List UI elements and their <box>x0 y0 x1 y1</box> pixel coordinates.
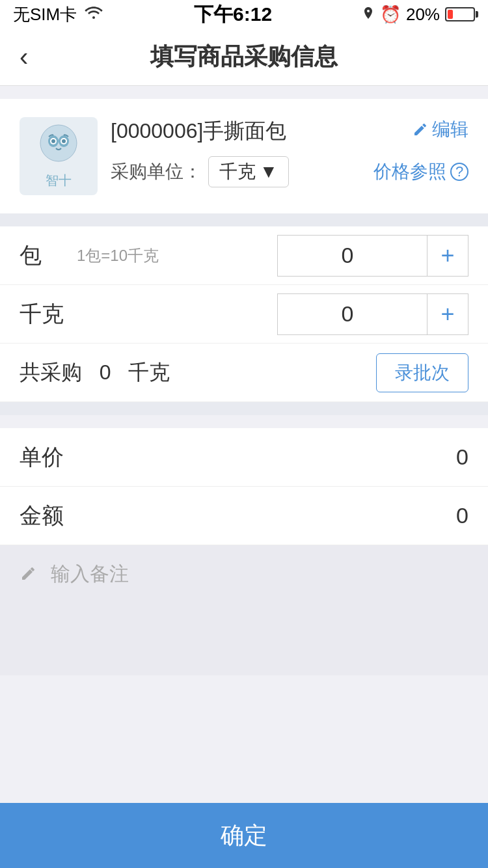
bag-quantity-input[interactable] <box>277 235 427 277</box>
price-ref-label: 价格参照 <box>373 159 446 184</box>
nav-bar: ‹ 填写商品采购信息 <box>0 29 488 86</box>
svg-point-6 <box>62 139 66 143</box>
purchase-unit-label: 采购单位： <box>111 159 202 184</box>
bag-sub-label: 1包=10千克 <box>77 245 159 266</box>
status-right: ⏰ 20% <box>362 5 475 25</box>
section-divider-1 <box>0 213 488 226</box>
bag-input-row: 包 1包=10千克 + <box>0 226 488 285</box>
product-card: 智十 [0000006]手撕面包 编辑 采购单位： 千克 ▼ 价格参照 ? <box>0 99 488 213</box>
notes-section: 输入备注 <box>0 545 488 675</box>
summary-row: 共采购 0 千克 录批次 <box>0 344 488 402</box>
svg-point-5 <box>51 139 55 143</box>
kg-input-right: + <box>277 293 468 335</box>
kg-plus-button[interactable]: + <box>427 293 468 335</box>
location-icon <box>362 5 375 25</box>
product-thumb-label: 智十 <box>46 172 72 189</box>
unit-price-row: 单价 0 <box>0 428 488 487</box>
price-ref-icon: ? <box>450 163 468 181</box>
kg-quantity-input[interactable] <box>277 293 427 335</box>
edit-label: 编辑 <box>432 117 468 142</box>
unit-price-value: 0 <box>456 444 468 470</box>
price-ref-button[interactable]: 价格参照 ? <box>373 159 468 184</box>
notes-placeholder[interactable]: 输入备注 <box>51 561 129 588</box>
input-section: 包 1包=10千克 + 千克 + 共采购 0 千克 录批次 <box>0 226 488 402</box>
back-button[interactable]: ‹ <box>20 42 28 72</box>
status-bar: 无SIM卡 下午6:12 ⏰ 20% <box>0 0 488 29</box>
edit-button[interactable]: 编辑 <box>413 117 468 142</box>
battery-icon <box>445 7 475 21</box>
unit-price-label: 单价 <box>20 442 64 472</box>
product-name: [0000006]手撕面包 <box>111 117 413 146</box>
wifi-icon <box>83 5 104 25</box>
svg-point-0 <box>40 125 77 161</box>
bottom-spacer <box>0 675 488 740</box>
notes-input-row[interactable]: 输入备注 <box>20 561 468 588</box>
dropdown-arrow: ▼ <box>260 161 278 182</box>
purchase-unit: 采购单位： 千克 ▼ <box>111 156 289 187</box>
status-left: 无SIM卡 <box>13 3 104 26</box>
status-time: 下午6:12 <box>194 1 272 28</box>
confirm-button[interactable]: 确定 <box>0 803 488 868</box>
kg-input-row: 千克 + <box>0 285 488 344</box>
nav-title: 填写商品采购信息 <box>150 41 338 73</box>
bag-label: 包 <box>20 241 72 271</box>
product-thumb-icon <box>39 124 78 170</box>
notes-edit-icon <box>20 562 40 588</box>
battery-text: 20% <box>406 5 440 25</box>
amount-row: 金额 0 <box>0 487 488 545</box>
product-thumbnail: 智十 <box>20 117 98 195</box>
bag-plus-button[interactable]: + <box>427 235 468 277</box>
amount-value: 0 <box>456 503 468 528</box>
alarm-icon: ⏰ <box>380 5 401 25</box>
unit-value: 千克 <box>219 159 256 184</box>
carrier-text: 无SIM卡 <box>13 3 77 26</box>
bag-input-right: + <box>277 235 468 277</box>
amount-label: 金额 <box>20 501 64 531</box>
batch-button[interactable]: 录批次 <box>376 353 468 392</box>
price-section: 单价 0 金额 0 <box>0 428 488 545</box>
kg-label: 千克 <box>20 299 72 329</box>
section-divider-2 <box>0 402 488 415</box>
product-info: [0000006]手撕面包 编辑 采购单位： 千克 ▼ 价格参照 ? <box>111 117 468 187</box>
unit-dropdown[interactable]: 千克 ▼ <box>208 156 289 187</box>
summary-text: 共采购 0 千克 <box>20 359 170 387</box>
